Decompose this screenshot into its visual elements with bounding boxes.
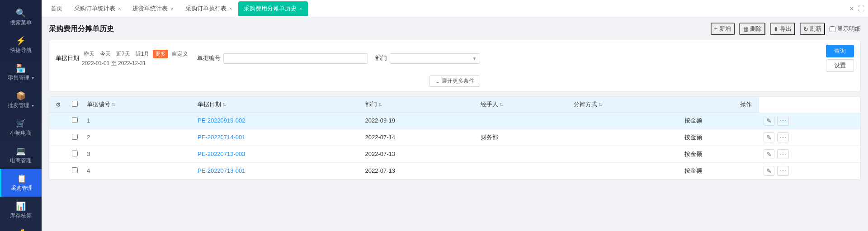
search-button[interactable]: 查询 <box>826 45 854 57</box>
filter-setting-button[interactable]: 设置 <box>826 59 854 72</box>
dept-select[interactable]: 财务部 <box>390 53 480 64</box>
row-date: 2022-09-19 <box>361 113 476 129</box>
tab-close-1[interactable]: × <box>118 6 121 11</box>
shortcut-today[interactable]: 今天 <box>98 50 113 58</box>
doc-link[interactable]: PE-20220713-003 <box>198 151 245 157</box>
sort-handler-icon[interactable]: ⇅ <box>500 102 503 107</box>
row-settings-cell <box>49 113 67 129</box>
sidebar: 🔍 搜索菜单 ⚡ 快捷导航 🏪 零售管理 ▾ 📦 批发管理 ▾ 🛒 小畅电商 💻… <box>0 0 42 231</box>
sidebar-item-inventory[interactable]: 📊 库存核算 <box>0 197 42 224</box>
date-range-display: 2022-01-01 至 2022-12-31 <box>82 60 190 67</box>
row-checkbox-3[interactable] <box>72 167 78 173</box>
row-checkbox-cell[interactable] <box>67 113 82 129</box>
date-shortcuts-row: 昨天 今天 近7天 近1月 更多 自定义 <box>82 50 190 58</box>
row-checkbox-cell[interactable] <box>67 162 82 179</box>
show-columns-toggle[interactable]: 显示明细 <box>830 25 861 33</box>
sidebar-item-ecommerce[interactable]: 💻 电商管理 <box>0 141 42 169</box>
col-dept: 部门⇅ <box>361 97 476 113</box>
action-icons: ✎ ⋯ <box>764 166 856 176</box>
row-num: 3 <box>82 146 193 162</box>
table-row: 1 PE-20220919-002 2022-09-19 按金额 ✎ ⋯ <box>49 113 860 129</box>
sort-dept-icon[interactable]: ⇅ <box>378 102 382 107</box>
row-checkbox-cell[interactable] <box>67 146 82 162</box>
col-docno: 单据编号⇅ <box>82 97 193 113</box>
row-docno[interactable]: PE-20220919-002 <box>193 113 361 129</box>
tab-close-3[interactable]: × <box>229 6 232 11</box>
dept-label: 部门 <box>375 54 387 62</box>
docno-input[interactable] <box>223 53 368 64</box>
docno-filter: 单据编号 <box>197 53 368 64</box>
row-dept: 财务部 <box>476 129 570 146</box>
more-icon[interactable]: ⋯ <box>777 116 789 126</box>
edit-icon[interactable]: ✎ <box>764 116 774 126</box>
sidebar-item-ecommerce-small[interactable]: 🛒 小畅电商 <box>0 114 42 141</box>
row-checkbox-1[interactable] <box>72 134 78 140</box>
doc-link[interactable]: PE-20220713-001 <box>198 167 245 174</box>
inventory-icon: 📊 <box>16 201 26 211</box>
shortcut-yesterday[interactable]: 昨天 <box>82 50 96 58</box>
sidebar-item-wholesale[interactable]: 📦 批发管理 ▾ <box>0 86 42 114</box>
doc-link[interactable]: PE-20220714-001 <box>198 134 245 141</box>
shortcut-7days[interactable]: 近7天 <box>114 50 132 58</box>
shortcut-more[interactable]: 更多 <box>153 50 168 58</box>
row-checkbox-0[interactable] <box>72 117 78 123</box>
sort-docno-icon[interactable]: ⇅ <box>112 102 115 107</box>
row-dept <box>476 162 570 179</box>
row-docno[interactable]: PE-20220713-001 <box>193 162 361 179</box>
edit-icon[interactable]: ✎ <box>764 149 774 159</box>
row-checkbox-2[interactable] <box>72 151 78 156</box>
more-icon[interactable]: ⋯ <box>777 149 789 159</box>
col-settings[interactable]: ⚙ <box>49 97 67 113</box>
close-all-icon[interactable]: ✕ <box>849 5 854 12</box>
show-columns-checkbox[interactable] <box>830 26 835 32</box>
select-all-checkbox[interactable] <box>72 101 78 107</box>
sidebar-item-finance[interactable]: 💰 资金管理 <box>0 224 42 231</box>
row-date: 2022-07-13 <box>361 162 476 179</box>
filter-buttons: 查询 设置 <box>826 45 854 72</box>
row-actions: ✎ ⋯ <box>759 129 860 146</box>
tab-close-4[interactable]: × <box>299 6 302 11</box>
tab-purchase-order-stats[interactable]: 采购订单统计表 × <box>69 1 126 16</box>
more-icon[interactable]: ⋯ <box>777 132 789 142</box>
shortcut-custom[interactable]: 自定义 <box>170 50 190 58</box>
doc-link[interactable]: PE-20220919-002 <box>198 117 245 124</box>
sidebar-item-quicknav[interactable]: ⚡ 快捷导航 <box>0 31 42 59</box>
tab-close-2[interactable]: × <box>170 6 173 11</box>
sort-method-icon[interactable]: ⇅ <box>599 102 602 107</box>
export-icon: ⬆ <box>774 26 778 33</box>
edit-icon[interactable]: ✎ <box>764 132 774 142</box>
row-handler <box>569 113 680 129</box>
delete-button[interactable]: 🗑 删除 <box>739 23 765 35</box>
row-docno[interactable]: PE-20220714-001 <box>193 129 361 146</box>
sidebar-item-search[interactable]: 🔍 搜索菜单 <box>0 4 42 31</box>
sort-date-icon[interactable]: ⇅ <box>222 102 226 107</box>
toolbar: + 新增 🗑 删除 ⬆ 导出 ↻ 刷新 显示明细 <box>711 23 861 35</box>
refresh-button[interactable]: ↻ 刷新 <box>800 23 825 35</box>
tab-inbound-stats[interactable]: 进货单统计表 × <box>127 1 179 16</box>
main-content: 首页 采购订单统计表 × 进货单统计表 × 采购订单执行表 × 采购费用分摊单历… <box>42 0 868 231</box>
more-icon[interactable]: ⋯ <box>777 166 789 176</box>
col-method: 分摊方式⇅ <box>569 97 680 113</box>
search-icon: 🔍 <box>16 8 26 18</box>
col-checkbox[interactable] <box>67 97 82 113</box>
add-button[interactable]: + 新增 <box>711 23 735 35</box>
row-docno[interactable]: PE-20220713-003 <box>193 146 361 162</box>
row-checkbox-cell[interactable] <box>67 129 82 146</box>
maximize-icon[interactable]: ⛶ <box>858 5 864 12</box>
export-button[interactable]: ⬆ 导出 <box>770 23 795 35</box>
sidebar-item-purchase[interactable]: 📋 采购管理 <box>0 169 42 197</box>
tab-purchase-order-exec[interactable]: 采购订单执行表 × <box>180 1 237 16</box>
wholesale-icon: 📦 <box>16 91 26 101</box>
row-num: 4 <box>82 162 193 179</box>
retail-icon: 🏪 <box>16 63 26 73</box>
docno-label: 单据编号 <box>197 54 221 62</box>
shortcut-1month[interactable]: 近1月 <box>134 50 151 58</box>
action-icons: ✎ ⋯ <box>764 149 856 159</box>
tab-purchase-fee-history[interactable]: 采购费用分摊单历史 × <box>238 1 307 16</box>
tab-home[interactable]: 首页 <box>45 1 68 16</box>
edit-icon[interactable]: ✎ <box>764 166 774 176</box>
sidebar-item-retail[interactable]: 🏪 零售管理 ▾ <box>0 59 42 86</box>
expand-more-button[interactable]: ⌄ 展开更多条件 <box>429 75 480 87</box>
filter-row: 单据日期 昨天 今天 近7天 近1月 更多 自定义 2022-01-01 至 2… <box>56 45 854 72</box>
col-date: 单据日期⇅ <box>193 97 361 113</box>
